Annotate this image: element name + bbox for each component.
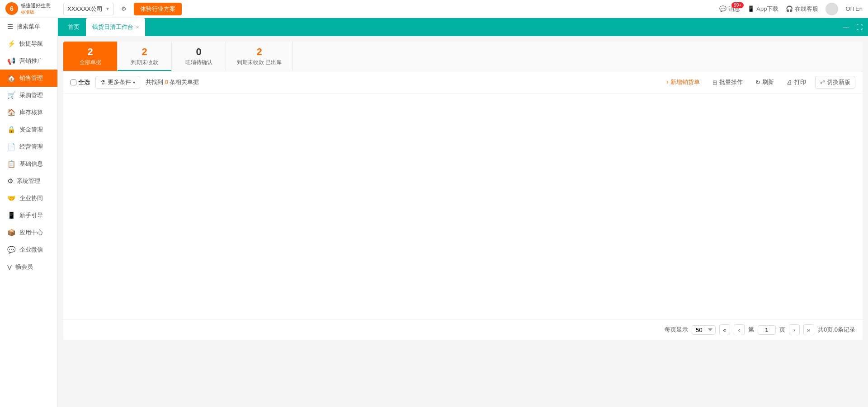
page-prev-button[interactable]: ‹ [734,324,745,335]
sidebar-item-weixin[interactable]: 💬 企业微信 [0,241,57,258]
sidebar-item-weixin-label: 企业微信 [19,246,43,254]
sidebar-item-inventory[interactable]: 🏠 库存核算 [0,104,57,121]
refresh-label: 刷新 [762,78,774,86]
batch-operation-button[interactable]: ⊞ 批量操作 [709,76,746,88]
quick-nav-icon: ⚡ [7,40,16,48]
per-page-label: 每页显示 [665,326,688,334]
summary-tabs: 2 全部单据 2 到期未收款 0 旺辅待确认 2 到期未收款 已出库 [63,42,863,71]
page-first-button[interactable]: « [719,324,730,335]
sidebar-item-guide-label: 新手引导 [19,211,43,220]
tab-bar-right: — ⛶ [841,22,864,33]
header-right: 💬 消息 99+ 📱 App下载 🎧 在线客服 OfTEn [719,3,863,15]
company-dropdown-arrow: ▼ [105,6,110,11]
switch-icon: ⇄ [820,79,825,85]
refresh-button[interactable]: ↻ 刷新 [752,76,778,88]
finance-icon: 🔒 [7,126,16,134]
sidebar-item-marketing-label: 营销推广 [19,57,43,65]
filter-icon: ⚗ [100,79,106,86]
toolbar-right: + 新增销货单 ⊞ 批量操作 ↻ 刷新 🖨 打印 ⇄ 切换新版 [662,76,855,89]
avatar[interactable] [826,3,838,15]
summary-tab-overdue[interactable]: 2 到期未收款 [118,42,172,71]
sidebar-item-operations[interactable]: 📄 经营管理 [0,138,57,155]
batch-icon: ⊞ [712,79,717,86]
sidebar-item-system-mgmt[interactable]: ⚙ 系统管理 [0,173,57,190]
sidebar-item-basic-info[interactable]: 📋 基础信息 [0,155,57,173]
app-download-label: App下载 [756,5,778,13]
enterprise-icon: 🤝 [7,194,16,202]
sidebar-item-finance[interactable]: 🔒 资金管理 [0,121,57,138]
sidebar-item-finance-label: 资金管理 [19,126,43,134]
print-button[interactable]: 🖨 打印 [783,76,810,88]
page-label: 第 [748,326,754,334]
print-icon: 🖨 [787,79,793,86]
app-download-item[interactable]: 📱 App下载 [747,5,778,13]
sidebar-item-marketing[interactable]: 📢 营销推广 [0,52,57,70]
experience-button[interactable]: 体验行业方案 [134,3,182,15]
app-center-icon: 📦 [7,229,16,237]
add-sale-button[interactable]: + 新增销货单 [662,76,703,88]
system-mgmt-icon: ⚙ [7,177,13,185]
filter-label: 更多条件 [108,78,131,86]
table-area [63,94,863,319]
page-last-button[interactable]: » [803,324,814,335]
guide-icon: 📱 [7,211,16,220]
summary-tab-wangwang[interactable]: 0 旺辅待确认 [172,42,226,71]
filter-button[interactable]: ⚗ 更多条件 ▾ [95,76,140,89]
tab-home[interactable]: 首页 [61,18,86,36]
sidebar-item-enterprise[interactable]: 🤝 企业协同 [0,190,57,207]
summary-tab-all-label: 全部单据 [80,59,101,66]
online-service-label: 在线客服 [795,5,818,13]
page-next-button[interactable]: › [789,324,800,335]
tab-minimize-icon[interactable]: — [841,22,851,33]
tab-bar: 首页 钱货日清工作台 × — ⛶ [58,18,868,36]
sidebar-item-inventory-label: 库存核算 [19,108,43,117]
message-item[interactable]: 💬 消息 99+ [719,5,740,13]
member-icon: V [7,263,12,271]
filter-arrow-icon: ▾ [133,80,135,85]
sidebar-item-system-mgmt-label: 系统管理 [17,177,40,185]
select-all-checkbox-label[interactable]: 全选 [71,78,90,86]
summary-tab-overdue-label: 到期未收款 [131,59,158,66]
sidebar-item-purchase-mgmt[interactable]: 🛒 采购管理 [0,87,57,104]
found-count: 0 [165,79,168,85]
tab-home-label: 首页 [68,23,80,31]
company-selector[interactable]: XXXXXX公司 ▼ [63,3,114,15]
settings-icon[interactable]: ⚙ [118,3,130,15]
sidebar-item-purchase-mgmt-label: 采购管理 [19,91,43,99]
toolbar-left: 全选 ⚗ 更多条件 ▾ 共找到 0 条相关单据 [71,76,656,89]
sidebar-item-quick-nav[interactable]: ⚡ 快捷导航 [0,35,57,52]
select-all-checkbox[interactable] [71,80,76,85]
total-label: 共0页,0条记录 [818,326,855,334]
sales-mgmt-icon: 🏠 [7,74,16,82]
page-input[interactable] [758,325,776,335]
sidebar-item-member[interactable]: V 畅会员 [0,258,57,276]
sidebar-item-sales-mgmt-label: 销售管理 [19,74,43,82]
purchase-mgmt-icon: 🛒 [7,91,16,99]
found-text: 共找到 0 条相关单据 [146,78,199,86]
tab-maximize-icon[interactable]: ⛶ [854,22,864,33]
summary-tab-all[interactable]: 2 全部单据 [63,42,118,71]
search-menu-icon: ☰ [7,23,13,31]
app-edition: 标准版 [21,9,51,15]
summary-tab-overdue-out[interactable]: 2 到期未收款 已出库 [226,42,293,71]
sidebar-item-basic-info-label: 基础信息 [19,160,43,168]
switch-new-button[interactable]: ⇄ 切换新版 [815,76,855,89]
sidebar-item-guide[interactable]: 📱 新手引导 [0,207,57,224]
company-name: XXXXXX公司 [67,5,103,13]
sidebar-item-sales-mgmt[interactable]: 🏠 销售管理 [0,70,57,87]
weixin-icon: 💬 [7,246,16,254]
sidebar-item-member-label: 畅会员 [15,263,33,271]
online-service-icon: 🎧 [786,5,793,12]
summary-tab-overdue-out-label: 到期未收款 已出库 [237,59,282,66]
app-name: 畅捷通好生意 [21,2,51,9]
operations-icon: 📄 [7,143,16,151]
sidebar-item-search-menu[interactable]: ☰ 搜索菜单 [0,18,57,35]
sidebar-item-app-center[interactable]: 📦 应用中心 [0,224,57,241]
online-service-item[interactable]: 🎧 在线客服 [786,5,818,13]
tab-active[interactable]: 钱货日清工作台 × [86,18,145,36]
top-header: 6 畅捷通好生意 标准版 XXXXXX公司 ▼ ⚙ 体验行业方案 💬 消息 99… [0,0,868,18]
user-name: OfTEn [845,5,863,12]
per-page-select[interactable]: 50 10 20 100 [692,325,716,335]
tab-close-icon[interactable]: × [136,24,139,30]
tab-active-label: 钱货日清工作台 [92,23,133,31]
